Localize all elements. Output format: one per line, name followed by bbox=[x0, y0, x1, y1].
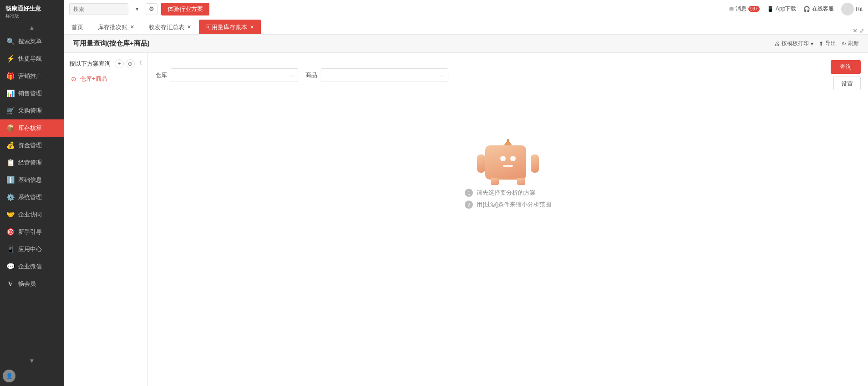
scheme-item-warehouse-goods[interactable]: ⊙ 仓库+商品 bbox=[64, 71, 147, 87]
sidebar-scroll-down[interactable]: ▼ bbox=[0, 355, 64, 366]
export-label: 导出 bbox=[825, 40, 836, 47]
online-service-btn[interactable]: 🎧 在线客服 bbox=[803, 5, 834, 13]
add-scheme-btn[interactable]: + bbox=[115, 59, 124, 68]
empty-state: 1 请先选择要分析的方案 2 用[过滤]条件来缩小分析范围 bbox=[155, 98, 861, 245]
sidebar-item-sales[interactable]: 📊 销售管理 bbox=[0, 85, 64, 102]
right-content-panel: 仓库 ··· 商品 ··· 查询 bbox=[148, 53, 868, 386]
user-profile-btn[interactable]: Rit bbox=[841, 3, 863, 15]
inventory-icon: 📦 bbox=[6, 124, 15, 132]
tip-text-2: 用[过滤]条件来缩小分析范围 bbox=[477, 201, 551, 209]
message-icon: ✉ bbox=[729, 6, 734, 12]
app-download-btn[interactable]: 📱 App下载 bbox=[767, 5, 796, 13]
search-dropdown-btn[interactable]: ▾ bbox=[132, 4, 142, 14]
message-btn[interactable]: ✉ 消息 99+ bbox=[729, 5, 760, 13]
sidebar-label-inventory: 库存核算 bbox=[18, 124, 42, 132]
sidebar-item-newbie[interactable]: 🎯 新手引导 bbox=[0, 223, 64, 241]
sidebar-label-finance: 资金管理 bbox=[18, 141, 42, 149]
sidebar-bottom-user[interactable]: 👤 bbox=[0, 366, 64, 386]
sidebar-label-marketing: 营销推广 bbox=[18, 72, 42, 80]
basic-icon: ℹ️ bbox=[6, 176, 15, 184]
refresh-label: 刷新 bbox=[848, 40, 859, 47]
sidebar-label-newbie: 新手引导 bbox=[18, 228, 42, 236]
app-download-label: App下载 bbox=[776, 5, 796, 13]
topbar-right: ✉ 消息 99+ 📱 App下载 🎧 在线客服 Rit bbox=[729, 3, 863, 15]
sidebar-item-member[interactable]: V 畅会员 bbox=[0, 275, 64, 293]
goods-more-btn[interactable]: ··· bbox=[439, 72, 444, 79]
industry-solution-btn[interactable]: 体验行业方案 bbox=[161, 3, 209, 15]
tab-receipt-summary[interactable]: 收发存汇总表 ✕ bbox=[142, 20, 198, 34]
goods-input[interactable]: ··· bbox=[321, 68, 448, 82]
left-panel-title: 按以下方案查询 bbox=[69, 60, 111, 68]
main-area: ▾ ⚙ 体验行业方案 ✉ 消息 99+ 📱 App下载 🎧 在线客服 bbox=[64, 0, 868, 386]
print-label: 按模板打印 bbox=[782, 40, 809, 47]
warehouse-label: 仓库 bbox=[155, 71, 167, 79]
sidebar-item-system[interactable]: ⚙️ 系统管理 bbox=[0, 189, 64, 206]
message-label: 消息 bbox=[736, 5, 746, 13]
tab-home[interactable]: 首页 bbox=[65, 20, 90, 34]
left-scheme-panel: 按以下方案查询 + ⊙ 《 ⊙ 仓库+商品 bbox=[64, 53, 148, 386]
sidebar-item-purchase[interactable]: 🛒 采购管理 bbox=[0, 102, 64, 119]
page-title: 可用量查询(按仓库+商品) bbox=[73, 39, 150, 48]
sidebar-item-inventory[interactable]: 📦 库存核算 bbox=[0, 119, 64, 137]
sidebar-item-marketing[interactable]: 🎁 营销推广 bbox=[0, 67, 64, 85]
collapse-panel-btn[interactable]: 《 bbox=[137, 59, 142, 68]
empty-illustration bbox=[481, 134, 535, 180]
sidebar-label-system: 系统管理 bbox=[18, 193, 42, 201]
purchase-icon: 🛒 bbox=[6, 107, 15, 115]
sidebar-item-operation[interactable]: 📋 经营管理 bbox=[0, 154, 64, 171]
sidebar-item-finance[interactable]: 💰 资金管理 bbox=[0, 137, 64, 154]
avatar bbox=[841, 3, 854, 15]
tab-available-ledger[interactable]: 可用量库存账本 ✕ bbox=[199, 20, 261, 34]
sidebar-label-purchase: 采购管理 bbox=[18, 107, 42, 115]
filter-actions: 查询 设置 bbox=[831, 60, 861, 90]
app-subtitle: 标准版 bbox=[5, 13, 58, 19]
sidebar-item-shortcut[interactable]: ⚡ 快捷导航 bbox=[0, 50, 64, 67]
empty-tip-2: 2 用[过滤]条件来缩小分析范围 bbox=[465, 201, 551, 209]
marketing-icon: 🎁 bbox=[6, 72, 15, 80]
refresh-btn[interactable]: ↻ 刷新 bbox=[842, 40, 859, 47]
sidebar-label-search: 搜索菜单 bbox=[18, 37, 42, 46]
sidebar-item-apps[interactable]: 📱 应用中心 bbox=[0, 241, 64, 258]
sidebar-item-basic[interactable]: ℹ️ 基础信息 bbox=[0, 171, 64, 189]
tab-receipt-summary-close[interactable]: ✕ bbox=[187, 24, 191, 30]
query-btn[interactable]: 查询 bbox=[831, 60, 861, 74]
sidebar-scroll-up[interactable]: ▲ bbox=[0, 22, 64, 33]
print-icon: 🖨 bbox=[774, 41, 780, 47]
warehouse-input[interactable]: ··· bbox=[171, 68, 298, 82]
message-badge: 99+ bbox=[748, 6, 760, 12]
refresh-icon: ↻ bbox=[842, 41, 846, 47]
settings-gear-btn[interactable]: ⚙ bbox=[146, 3, 157, 15]
tab-close-all-btn[interactable]: ✕ bbox=[853, 27, 858, 34]
sidebar-item-search[interactable]: 🔍 搜索菜单 bbox=[0, 33, 64, 50]
empty-tips: 1 请先选择要分析的方案 2 用[过滤]条件来缩小分析范围 bbox=[465, 189, 551, 209]
sidebar-item-enterprise[interactable]: 🤝 企业协同 bbox=[0, 206, 64, 223]
shortcut-icon: ⚡ bbox=[6, 55, 15, 63]
tab-batch-account[interactable]: 库存批次账 ✕ bbox=[91, 20, 141, 34]
user-avatar-icon: 👤 bbox=[3, 370, 15, 382]
print-template-btn[interactable]: 🖨 按模板打印 ▾ bbox=[774, 40, 813, 47]
tip-num-1: 1 bbox=[465, 189, 473, 197]
tab-available-ledger-close[interactable]: ✕ bbox=[250, 24, 254, 30]
goods-filter: 商品 ··· bbox=[305, 68, 448, 82]
operation-icon: 📋 bbox=[6, 159, 15, 167]
app-title: 畅康通好生意 bbox=[5, 5, 58, 13]
tab-expand-btn[interactable]: ⤢ bbox=[859, 27, 864, 34]
tab-batch-account-close[interactable]: ✕ bbox=[130, 24, 134, 30]
search-icon: 🔍 bbox=[6, 37, 15, 46]
scheme-settings-btn[interactable]: ⊙ bbox=[126, 59, 135, 68]
export-btn[interactable]: ⬆ 导出 bbox=[819, 40, 836, 47]
sidebar-label-basic: 基础信息 bbox=[18, 176, 42, 184]
sales-icon: 📊 bbox=[6, 89, 15, 98]
tip-text-1: 请先选择要分析的方案 bbox=[477, 189, 536, 197]
finance-icon: 💰 bbox=[6, 141, 15, 149]
sidebar-label-shortcut: 快捷导航 bbox=[18, 55, 42, 63]
filter-settings-btn[interactable]: 设置 bbox=[833, 77, 861, 90]
warehouse-more-btn[interactable]: ··· bbox=[289, 72, 294, 79]
sidebar-label-wechat: 企业微信 bbox=[18, 262, 42, 271]
export-icon: ⬆ bbox=[819, 41, 823, 47]
search-input[interactable] bbox=[69, 3, 128, 15]
newbie-icon: 🎯 bbox=[6, 228, 15, 236]
sidebar-item-wechat[interactable]: 💬 企业微信 bbox=[0, 258, 64, 275]
wechat-icon: 💬 bbox=[6, 262, 15, 271]
sidebar: 畅康通好生意 标准版 ▲ 🔍 搜索菜单 ⚡ 快捷导航 🎁 营销推广 📊 销售管理… bbox=[0, 0, 64, 386]
